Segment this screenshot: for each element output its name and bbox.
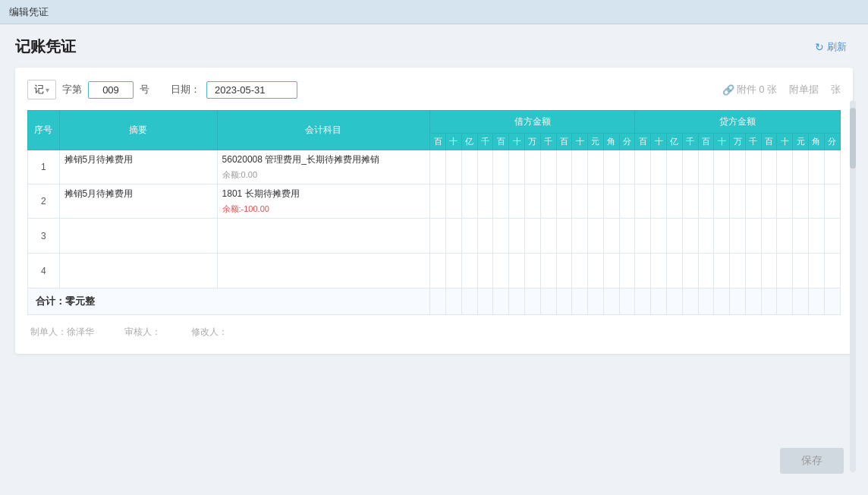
debit-amount-cell[interactable] (556, 254, 572, 288)
debit-amount-cell[interactable] (588, 184, 604, 219)
credit-amount-cell[interactable] (793, 150, 809, 184)
debit-amount-cell[interactable] (556, 184, 572, 219)
credit-amount-cell[interactable] (635, 184, 651, 219)
credit-amount-cell[interactable] (730, 219, 746, 254)
debit-amount-cell[interactable] (493, 150, 509, 184)
credit-amount-cell[interactable] (745, 184, 761, 219)
debit-amount-cell[interactable] (540, 184, 556, 219)
credit-amount-cell[interactable] (698, 184, 714, 219)
credit-amount-cell[interactable] (745, 254, 761, 288)
ji-button[interactable]: 记 ▾ (27, 80, 56, 99)
credit-amount-cell[interactable] (651, 254, 667, 288)
subject-cell[interactable]: 56020008 管理费用_长期待摊费用摊销余额:0.00 (217, 150, 430, 184)
credit-amount-cell[interactable] (635, 219, 651, 254)
credit-amount-cell[interactable] (745, 219, 761, 254)
debit-amount-cell[interactable] (524, 150, 540, 184)
credit-amount-cell[interactable] (698, 219, 714, 254)
credit-amount-cell[interactable] (651, 150, 667, 184)
credit-amount-cell[interactable] (824, 150, 840, 184)
debit-amount-cell[interactable] (540, 150, 556, 184)
credit-amount-cell[interactable] (666, 150, 682, 184)
credit-amount-cell[interactable] (809, 184, 825, 219)
debit-amount-cell[interactable] (524, 184, 540, 219)
debit-amount-cell[interactable] (446, 150, 462, 184)
refresh-button[interactable]: ↻ 刷新 (809, 37, 853, 57)
debit-amount-cell[interactable] (461, 254, 477, 288)
credit-amount-cell[interactable] (651, 184, 667, 219)
summary-cell[interactable]: 摊销5月待摊费用 (59, 184, 217, 219)
credit-amount-cell[interactable] (809, 150, 825, 184)
debit-amount-cell[interactable] (619, 254, 635, 288)
debit-amount-cell[interactable] (461, 184, 477, 219)
debit-amount-cell[interactable] (493, 254, 509, 288)
debit-amount-cell[interactable] (603, 254, 619, 288)
credit-amount-cell[interactable] (682, 150, 698, 184)
credit-amount-cell[interactable] (761, 219, 777, 254)
debit-amount-cell[interactable] (509, 254, 525, 288)
credit-amount-cell[interactable] (682, 184, 698, 219)
debit-amount-cell[interactable] (572, 254, 588, 288)
scrollbar[interactable] (850, 100, 856, 472)
debit-amount-cell[interactable] (588, 254, 604, 288)
debit-amount-cell[interactable] (461, 219, 477, 254)
attachment-link[interactable]: 🔗 附件 0 张 (722, 83, 777, 96)
debit-amount-cell[interactable] (446, 184, 462, 219)
credit-amount-cell[interactable] (824, 219, 840, 254)
debit-amount-cell[interactable] (509, 184, 525, 219)
debit-amount-cell[interactable] (603, 184, 619, 219)
credit-amount-cell[interactable] (777, 150, 793, 184)
credit-amount-cell[interactable] (666, 254, 682, 288)
debit-amount-cell[interactable] (540, 219, 556, 254)
credit-amount-cell[interactable] (777, 254, 793, 288)
debit-amount-cell[interactable] (588, 150, 604, 184)
debit-amount-cell[interactable] (572, 219, 588, 254)
debit-amount-cell[interactable] (461, 150, 477, 184)
summary-cell[interactable]: 摊销5月待摊费用 (59, 150, 217, 184)
debit-amount-cell[interactable] (619, 184, 635, 219)
credit-amount-cell[interactable] (824, 184, 840, 219)
credit-amount-cell[interactable] (635, 254, 651, 288)
credit-amount-cell[interactable] (777, 184, 793, 219)
save-button[interactable]: 保存 (780, 448, 844, 474)
fj-label[interactable]: 附单据 (789, 83, 819, 96)
debit-amount-cell[interactable] (493, 184, 509, 219)
debit-amount-cell[interactable] (477, 219, 493, 254)
credit-amount-cell[interactable] (666, 219, 682, 254)
credit-amount-cell[interactable] (698, 254, 714, 288)
debit-amount-cell[interactable] (477, 254, 493, 288)
credit-amount-cell[interactable] (793, 254, 809, 288)
credit-amount-cell[interactable] (793, 219, 809, 254)
credit-amount-cell[interactable] (730, 150, 746, 184)
summary-cell[interactable] (59, 219, 217, 254)
debit-amount-cell[interactable] (446, 254, 462, 288)
subject-cell[interactable] (217, 254, 430, 288)
credit-amount-cell[interactable] (777, 219, 793, 254)
debit-amount-cell[interactable] (556, 219, 572, 254)
credit-amount-cell[interactable] (714, 254, 730, 288)
credit-amount-cell[interactable] (635, 150, 651, 184)
credit-amount-cell[interactable] (714, 150, 730, 184)
debit-amount-cell[interactable] (430, 219, 446, 254)
subject-cell[interactable] (217, 219, 430, 254)
debit-amount-cell[interactable] (493, 219, 509, 254)
debit-amount-cell[interactable] (619, 150, 635, 184)
hao-input[interactable] (88, 81, 134, 99)
credit-amount-cell[interactable] (651, 219, 667, 254)
subject-cell[interactable]: 1801 长期待摊费用余额:-100.00 (217, 184, 430, 219)
credit-amount-cell[interactable] (714, 219, 730, 254)
credit-amount-cell[interactable] (761, 254, 777, 288)
credit-amount-cell[interactable] (666, 184, 682, 219)
debit-amount-cell[interactable] (572, 150, 588, 184)
credit-amount-cell[interactable] (793, 184, 809, 219)
debit-amount-cell[interactable] (556, 150, 572, 184)
debit-amount-cell[interactable] (430, 150, 446, 184)
date-input[interactable] (206, 81, 297, 99)
debit-amount-cell[interactable] (540, 254, 556, 288)
scrollbar-thumb[interactable] (850, 108, 856, 169)
debit-amount-cell[interactable] (603, 150, 619, 184)
debit-amount-cell[interactable] (477, 150, 493, 184)
credit-amount-cell[interactable] (761, 150, 777, 184)
credit-amount-cell[interactable] (682, 219, 698, 254)
debit-amount-cell[interactable] (477, 184, 493, 219)
credit-amount-cell[interactable] (682, 254, 698, 288)
